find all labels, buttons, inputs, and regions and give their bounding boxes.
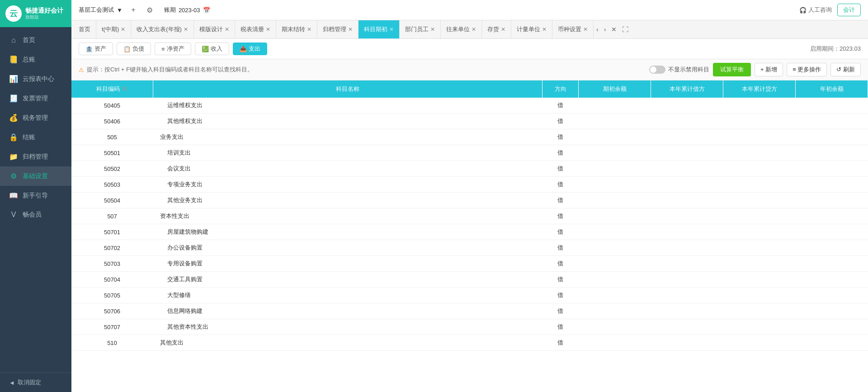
col-header-name: 科目名称: [153, 80, 542, 98]
sidebar-item-settings[interactable]: ⚙ 基础设置: [0, 166, 71, 186]
table-row[interactable]: 50405运维维权支出借: [71, 98, 868, 113]
table-row[interactable]: 50705大型修缮借: [71, 288, 868, 303]
tab-archive-label: 归档管理: [323, 25, 346, 33]
cell-debit: [651, 288, 723, 303]
tab-period-close[interactable]: ✕: [121, 26, 125, 33]
cell-balance: [579, 145, 651, 161]
subtab-expense[interactable]: 📤 支出: [233, 43, 267, 55]
tab-home[interactable]: 首页: [73, 20, 96, 38]
tab-contacts-label: 往来单位: [446, 25, 470, 33]
tab-unit[interactable]: 计量单位 ✕: [511, 20, 552, 38]
table-row[interactable]: 50701房屋建筑物购建借: [71, 224, 868, 240]
tab-subject-init-close[interactable]: ✕: [389, 26, 394, 33]
cell-name: 专用设备购置: [153, 256, 542, 272]
col-settings-icon[interactable]: ⚙: [122, 85, 127, 92]
period-display: 账期 2023-03 📅: [164, 6, 210, 14]
tab-tax-close[interactable]: ✕: [266, 26, 270, 33]
tab-archive-close[interactable]: ✕: [348, 26, 353, 33]
more-button[interactable]: ≡ 更多操作: [787, 63, 827, 76]
toggle-switch-control[interactable]: [649, 66, 665, 74]
tab-close-all-button[interactable]: ✕: [609, 24, 619, 35]
tab-template-close[interactable]: ✕: [225, 26, 229, 33]
tab-period-end[interactable]: 期末结转 ✕: [276, 20, 317, 38]
cell-direction: 借: [542, 272, 579, 288]
sidebar-item-tax[interactable]: 💰 税务管理: [0, 108, 71, 128]
sidebar-item-close[interactable]: 🔒 结账: [0, 128, 71, 147]
tab-contacts-close[interactable]: ✕: [472, 26, 476, 33]
refresh-button[interactable]: ↺ 刷新: [830, 63, 861, 76]
table-row[interactable]: 507资本性支出借: [71, 208, 868, 224]
tab-prev-button[interactable]: ‹: [594, 24, 601, 35]
sidebar-item-archive[interactable]: 📁 归档管理: [0, 147, 71, 166]
subtab-income[interactable]: 💹 收入: [195, 43, 229, 55]
table-row[interactable]: 50702办公设备购置借: [71, 240, 868, 256]
subtab-asset[interactable]: 🏦 资产: [79, 43, 113, 55]
tab-currency-close[interactable]: ✕: [583, 26, 588, 33]
cell-balance: [579, 129, 651, 145]
table-row[interactable]: 505业务支出借: [71, 129, 868, 145]
cell-balance: [579, 208, 651, 224]
tab-template-label: 模版设计: [199, 25, 223, 33]
cell-code: 50405: [71, 98, 153, 113]
subtab-equity[interactable]: ≡ 净资产: [155, 43, 191, 55]
table-row[interactable]: 50706信息网络购建借: [71, 303, 868, 319]
sidebar-item-home[interactable]: ⌂ 首页: [0, 31, 71, 50]
sidebar-item-ledger[interactable]: 📒 总账: [0, 50, 71, 69]
tab-dept-close[interactable]: ✕: [430, 26, 435, 33]
sidebar-item-guide[interactable]: 📖 新手引导: [0, 186, 71, 205]
cell-code: 50503: [71, 177, 153, 193]
cell-direction: 借: [542, 98, 579, 113]
tab-currency[interactable]: 币种设置 ✕: [552, 20, 594, 38]
table-row[interactable]: 50703专用设备购置借: [71, 256, 868, 272]
cell-code: 510: [71, 335, 153, 351]
table-row[interactable]: 50504其他业务支出借: [71, 193, 868, 208]
add-project-button[interactable]: +: [128, 5, 139, 15]
tab-inventory-close[interactable]: ✕: [501, 26, 505, 33]
tab-archive[interactable]: 归档管理 ✕: [317, 20, 359, 38]
tab-inventory[interactable]: 存货 ✕: [482, 20, 511, 38]
tab-income-close[interactable]: ✕: [184, 26, 188, 33]
help-button[interactable]: 🎧 人工咨询: [799, 6, 832, 14]
subtab-liability[interactable]: 📋 负债: [117, 43, 151, 55]
balance-button[interactable]: 试算平衡: [713, 63, 751, 76]
tab-dept[interactable]: 部门员工 ✕: [400, 20, 441, 38]
tab-unit-close[interactable]: ✕: [542, 26, 547, 33]
sidebar-item-member[interactable]: V 畅会员: [0, 205, 71, 224]
table-row[interactable]: 50503专项业务支出借: [71, 177, 868, 193]
home-icon: ⌂: [9, 36, 18, 44]
toggle-disabled[interactable]: 不显示禁用科目: [649, 66, 709, 74]
table-row[interactable]: 50707其他资本性支出借: [71, 319, 868, 335]
sidebar-collapse[interactable]: ◄ 取消固定: [0, 373, 71, 392]
settings-button[interactable]: ⚙: [144, 5, 155, 15]
table-row[interactable]: 510其他支出借: [71, 335, 868, 351]
warning-icon: ⚠: [79, 66, 84, 73]
sidebar-item-invoice[interactable]: 🧾 发票管理: [0, 89, 71, 108]
cell-code: 505: [71, 129, 153, 145]
cell-balance: [579, 177, 651, 193]
tab-income[interactable]: 收入支出表(年报) ✕: [131, 20, 194, 38]
subtab-bar: 🏦 资产 📋 负债 ≡ 净资产 💹 收入 📤 支出 启用期间：2023.03: [71, 39, 868, 59]
tab-period[interactable]: t(中期) ✕: [96, 20, 131, 38]
sidebar-item-reports[interactable]: 📊 云报表中心: [0, 69, 71, 89]
tab-subject-init[interactable]: 科目期初 ✕: [359, 20, 400, 38]
tab-income-label: 收入支出表(年报): [137, 25, 182, 33]
account-button[interactable]: 会计: [837, 4, 861, 16]
add-button[interactable]: + 新增: [755, 63, 783, 76]
hint-area: ⚠ 提示：按Ctrl + F键并输入科目编码或者科目名称可以查找科目。: [79, 66, 646, 74]
sidebar-label-guide: 新手引导: [23, 192, 48, 200]
tab-expand-button[interactable]: ⛶: [619, 24, 631, 35]
cell-credit: [723, 98, 796, 113]
cell-year-balance: [796, 319, 868, 335]
cell-direction: 借: [542, 177, 579, 193]
table-row[interactable]: 50502会议支出借: [71, 161, 868, 177]
table-row[interactable]: 50406其他维权支出借: [71, 113, 868, 129]
table-row[interactable]: 50501培训支出借: [71, 145, 868, 161]
tab-period-end-close[interactable]: ✕: [307, 26, 311, 33]
tab-next-button[interactable]: ›: [601, 24, 609, 35]
table-row[interactable]: 50704交通工具购置借: [71, 272, 868, 288]
project-selector[interactable]: 基层工会测试 ▼: [79, 6, 123, 14]
tab-template[interactable]: 模版设计 ✕: [194, 20, 235, 38]
tab-tax[interactable]: 税表清册 ✕: [235, 20, 276, 38]
tab-contacts[interactable]: 往来单位 ✕: [441, 20, 482, 38]
cell-code: 50704: [71, 272, 153, 288]
